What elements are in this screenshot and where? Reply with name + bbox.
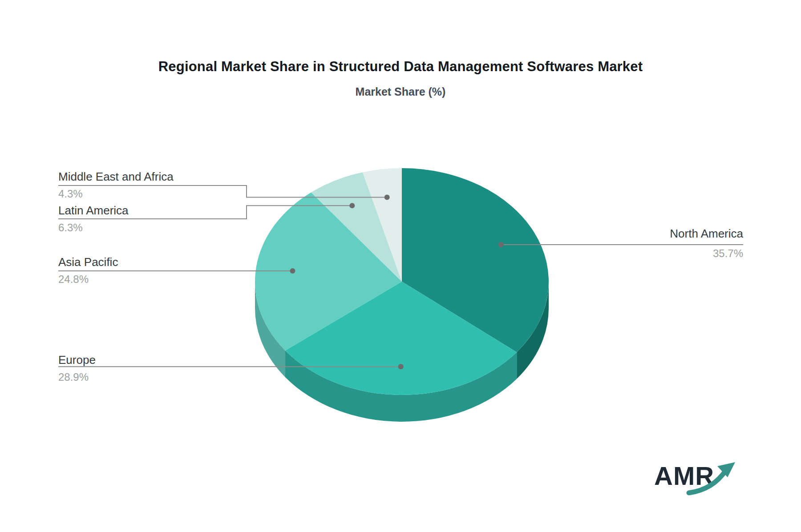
slice-percentage: 4.3% bbox=[58, 188, 174, 200]
slice-label-north-america: North America 35.7% bbox=[670, 227, 743, 260]
slice-name: Latin America bbox=[58, 204, 129, 217]
slice-name: Middle East and Africa bbox=[58, 170, 174, 183]
leader-dot-middle-east-and-africa bbox=[384, 195, 390, 200]
pie-chart bbox=[0, 0, 801, 532]
chart-canvas: Regional Market Share in Structured Data… bbox=[0, 0, 801, 532]
leader-dot-europe bbox=[398, 364, 404, 369]
slice-label-latin-america: Latin America 6.3% bbox=[58, 204, 129, 234]
slice-percentage: 35.7% bbox=[670, 247, 743, 260]
slice-name: Asia Pacific bbox=[58, 255, 118, 269]
leader-dot-latin-america bbox=[349, 203, 355, 208]
slice-percentage: 28.9% bbox=[58, 371, 96, 383]
slice-label-asia-pacific: Asia Pacific 24.8% bbox=[58, 255, 118, 286]
slice-name: Europe bbox=[58, 353, 96, 367]
slice-percentage: 6.3% bbox=[58, 222, 129, 234]
slice-name: North America bbox=[670, 227, 743, 240]
amr-logo: AMR bbox=[654, 459, 748, 499]
leader-dot-asia-pacific bbox=[290, 268, 295, 274]
slice-percentage: 24.8% bbox=[58, 273, 118, 286]
slice-label-middle-east-and-africa: Middle East and Africa 4.3% bbox=[58, 170, 174, 200]
leader-dot-north-america bbox=[498, 242, 504, 247]
slice-label-europe: Europe 28.9% bbox=[58, 353, 96, 383]
amr-logo-arrow-icon bbox=[686, 460, 739, 498]
